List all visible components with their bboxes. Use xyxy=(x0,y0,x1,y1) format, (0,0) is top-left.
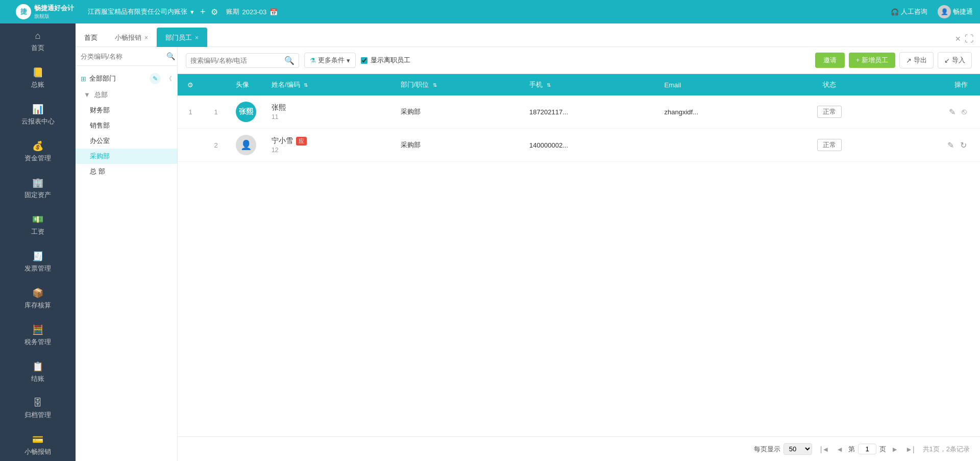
export-button[interactable]: ↗ 导出 xyxy=(899,52,934,68)
row-action-cell: ✎ ⎋ xyxy=(878,95,980,129)
col-name-code[interactable]: 姓名/编码 ⇅ xyxy=(264,74,394,95)
col-settings[interactable]: ⚙ xyxy=(178,74,203,95)
page-unit: 页 xyxy=(879,445,886,454)
emp-code: 11 xyxy=(272,113,386,120)
tab-department-close[interactable]: × xyxy=(195,34,199,41)
next-page-btn[interactable]: ► xyxy=(889,444,900,454)
logout-icon[interactable]: ⎋ xyxy=(962,107,967,116)
service-btn[interactable]: 🎧 人工咨询 xyxy=(891,7,927,16)
sidebar-item-label: 归档管理 xyxy=(24,410,51,420)
expand-icon[interactable]: ⛶ xyxy=(965,34,974,44)
sidebar-item-salary[interactable]: 💵 工资 xyxy=(0,207,76,244)
tab-bar: 首页 小畅报销 × 部门员工 × × ⛶ xyxy=(76,23,980,47)
right-btns: 邀请 + 新增员工 ↗ 导出 ↙ 导入 xyxy=(815,52,972,68)
sidebar-item-home[interactable]: ⌂ 首页 xyxy=(0,23,76,60)
sidebar-item-expense[interactable]: 💳 小畅报销 xyxy=(0,427,76,461)
dept-node-finance[interactable]: 财务部 xyxy=(76,103,177,118)
all-dept-header[interactable]: ⊞ 全部部门 ✎ 《 xyxy=(76,70,177,87)
tab-expense-close[interactable]: × xyxy=(144,34,148,41)
row-avatar-cell: 👤 xyxy=(229,129,264,162)
last-page-btn[interactable]: ►| xyxy=(903,444,917,454)
search-input[interactable] xyxy=(190,57,282,64)
sidebar-item-funds[interactable]: 💰 资金管理 xyxy=(0,133,76,170)
per-page-select[interactable]: 50 10 20 100 xyxy=(783,443,812,455)
dept-search-input[interactable] xyxy=(81,53,166,60)
table-row: 2 👤 宁小雪 xyxy=(178,129,980,162)
row-name-code-cell: 宁小雪 应 12 xyxy=(264,129,394,162)
import-button[interactable]: ↙ 导入 xyxy=(938,52,972,68)
dept-edit-btn[interactable]: ✎ xyxy=(150,73,161,84)
sidebar-item-label: 库存核算 xyxy=(24,301,51,310)
sidebar-item-inventory[interactable]: 📦 库存核算 xyxy=(0,280,76,317)
sidebar-item-archive[interactable]: 🗄 归档管理 xyxy=(0,391,76,427)
sidebar-item-ledger[interactable]: 📒 总账 xyxy=(0,60,76,96)
col-num xyxy=(203,74,229,95)
col-status: 状态 xyxy=(780,74,878,95)
avatar: 👤 xyxy=(938,5,951,18)
dept-node-office[interactable]: 办公室 xyxy=(76,133,177,149)
row-phone-cell: 187202117... xyxy=(522,95,657,129)
sidebar-item-invoice[interactable]: 🧾 发票管理 xyxy=(0,244,76,280)
col-dept[interactable]: 部门/职位 ⇅ xyxy=(394,74,523,95)
service-label: 人工咨询 xyxy=(901,7,927,16)
dept-node-general[interactable]: 总 部 xyxy=(76,164,177,179)
import-icon: ↙ xyxy=(944,57,950,64)
top-header: 捷 畅捷通好会计 旗舰版 江西服宝精品有限责任公司内账张 ▾ + ⚙ 账期 20… xyxy=(0,0,980,23)
row-name-code-cell: 张熙 11 xyxy=(264,95,394,129)
collapse-btn[interactable]: 《 xyxy=(166,75,172,83)
close-window-icon[interactable]: × xyxy=(955,34,961,44)
dept-label: 采购部 xyxy=(401,108,421,115)
sidebar-item-label: 固定资产 xyxy=(24,190,51,200)
sidebar-item-label: 工资 xyxy=(31,227,44,236)
page-nav: |◄ ◄ 第 页 ► ►| xyxy=(818,444,917,454)
dept-node-purchase[interactable]: 采购部 xyxy=(76,149,177,164)
dept-search-icon[interactable]: 🔍 xyxy=(166,52,175,60)
toolbar: 🔍 ⚗ 更多条件 ▾ 显示离职员工 邀请 + 新增员工 xyxy=(178,47,980,74)
calendar-icon[interactable]: 📅 xyxy=(270,8,278,16)
dept-node-label: 总 部 xyxy=(90,167,105,175)
sidebar-item-assets[interactable]: 🏢 固定资产 xyxy=(0,170,76,207)
pending-badge: 应 xyxy=(296,137,307,145)
show-resigned-checkbox[interactable] xyxy=(361,57,368,64)
sidebar-item-label: 税务管理 xyxy=(24,337,51,347)
first-page-btn[interactable]: |◄ xyxy=(818,444,831,454)
refresh-icon[interactable]: ↻ xyxy=(960,140,967,150)
sidebar-item-tax[interactable]: 🧮 税务管理 xyxy=(0,317,76,354)
sidebar-item-label: 小畅报销 xyxy=(24,447,51,456)
sidebar-item-label: 首页 xyxy=(31,43,44,53)
tab-department-label: 部门员工 xyxy=(165,33,192,42)
edit-icon[interactable]: ✎ xyxy=(947,140,954,150)
add-employee-button[interactable]: + 新增员工 xyxy=(849,53,895,68)
sidebar-item-closing[interactable]: 📋 结账 xyxy=(0,354,76,391)
user-profile[interactable]: 👤 畅捷通 xyxy=(938,5,973,18)
grid-icon: ⊞ xyxy=(81,75,86,83)
show-resigned-area[interactable]: 显示离职员工 xyxy=(361,56,410,65)
expense-icon: 💳 xyxy=(32,434,43,445)
settings-icon[interactable]: ⚙ xyxy=(211,7,218,17)
row-index: 1 xyxy=(178,95,203,129)
dept-node-sales[interactable]: 销售部 xyxy=(76,118,177,133)
filter-btn[interactable]: ⚗ 更多条件 ▾ xyxy=(304,53,356,68)
logo-icon: 捷 xyxy=(16,4,31,19)
add-icon[interactable]: + xyxy=(200,7,206,17)
page-input[interactable] xyxy=(858,444,876,454)
sidebar-item-label: 云报表中心 xyxy=(21,117,55,126)
col-phone[interactable]: 手机 ⇅ xyxy=(522,74,657,95)
tab-expense[interactable]: 小畅报销 × xyxy=(106,28,157,47)
avatar-icon: 👤 xyxy=(941,8,948,15)
search-icon[interactable]: 🔍 xyxy=(284,56,295,65)
sidebar-item-reports[interactable]: 📊 云报表中心 xyxy=(0,96,76,133)
headset-icon: 🎧 xyxy=(891,8,899,16)
user-name: 畅捷通 xyxy=(953,7,973,16)
row-phone-cell: 140000002... xyxy=(522,129,657,162)
tab-home[interactable]: 首页 xyxy=(76,28,106,47)
tab-department[interactable]: 部门员工 × xyxy=(157,28,207,47)
prev-page-btn[interactable]: ◄ xyxy=(834,444,845,454)
dept-panel: 🔍 ⊞ 全部部门 ✎ 《 ▼ 总部 财务部 xyxy=(76,47,178,461)
edit-icon[interactable]: ✎ xyxy=(949,107,955,117)
salary-icon: 💵 xyxy=(32,214,43,225)
import-label: 导入 xyxy=(952,56,965,65)
invite-button[interactable]: 邀请 xyxy=(815,53,845,68)
company-selector[interactable]: 江西服宝精品有限责任公司内账张 ▾ xyxy=(88,7,194,16)
row-status-cell: 正常 xyxy=(780,129,878,162)
